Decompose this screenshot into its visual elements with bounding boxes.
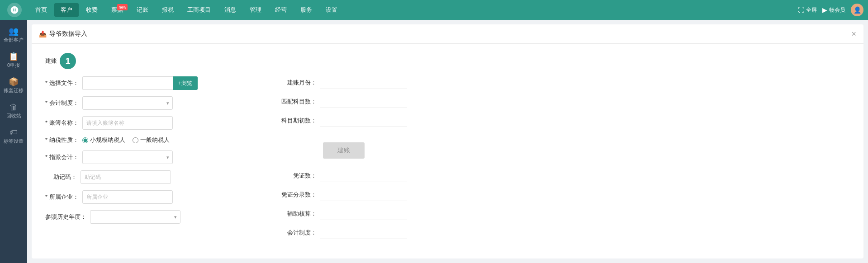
nav-badge-new: new xyxy=(117,4,128,10)
form-container: 建账 1 * 选择文件： +浏览 * 会计制度： xyxy=(32,44,863,248)
nav-item-tax[interactable]: 报税 xyxy=(156,3,180,17)
nav-item-bookkeeping[interactable]: 记账 xyxy=(130,3,155,17)
main-panel: 📤 导爷数据导入 × 建账 1 * 选择文件： xyxy=(32,24,863,258)
sidebar-item-label-declaration: 0申报 xyxy=(7,62,20,69)
nav-item-settings[interactable]: 设置 xyxy=(319,3,344,17)
match-subject-row: 匹配科目数： xyxy=(280,95,407,108)
ledger-row: * 账簿名称： xyxy=(45,116,262,130)
accounting-system-value xyxy=(320,226,407,239)
declaration-icon: 📋 xyxy=(9,52,19,61)
build-month-row: 建账月份： xyxy=(280,76,407,89)
nav-item-fee[interactable]: 收费 xyxy=(80,3,104,17)
accounting-system-label: 会计制度： xyxy=(280,229,317,237)
accounting-select-wrapper xyxy=(82,96,173,110)
nav-item-service[interactable]: 服务 xyxy=(294,3,318,17)
sidebar-item-migration[interactable]: 📦 账套迁移 xyxy=(1,74,26,98)
sidebar-item-all-customers[interactable]: 👥 全部客户 xyxy=(1,23,26,47)
aux-calc-value xyxy=(320,207,407,220)
tax-row: * 纳税性质： 小规模纳税人 一般纳税人 xyxy=(45,136,262,144)
memo-label: 助记码： xyxy=(45,173,77,181)
form-left: 建账 1 * 选择文件： +浏览 * 会计制度： xyxy=(45,53,262,239)
tax-radio-group: 小规模纳税人 一般纳税人 xyxy=(82,136,170,144)
aux-calc-row: 辅助核算： xyxy=(280,207,407,220)
vip-btn[interactable]: ▶ 畅会员 xyxy=(822,6,845,14)
accounting-system-row: 会计制度： xyxy=(280,226,407,239)
accountant-label: * 指派会计： xyxy=(45,153,79,161)
match-subject-label: 匹配科目数： xyxy=(280,98,317,106)
nav-item-customer[interactable]: 客户 xyxy=(54,3,79,17)
voucher-label: 凭证数： xyxy=(280,172,317,180)
browse-button[interactable]: +浏览 xyxy=(173,76,198,90)
panel-title-text: 导爷数据导入 xyxy=(49,30,87,38)
accountant-select-wrapper xyxy=(82,150,173,164)
company-input[interactable] xyxy=(82,190,173,204)
accounting-select[interactable] xyxy=(82,96,173,110)
tax-label: * 纳税性质： xyxy=(45,136,79,144)
nav-right: ⛶ 全屏 ▶ 畅会员 👤 xyxy=(798,4,863,16)
panel-title-icon: 📤 xyxy=(39,30,47,38)
memo-input[interactable] xyxy=(81,170,171,184)
nav-item-home[interactable]: 首页 xyxy=(29,3,53,17)
main-content: 📤 导爷数据导入 × 建账 1 * 选择文件： xyxy=(27,20,868,263)
avatar[interactable]: 👤 xyxy=(851,4,863,16)
tax-radio-general[interactable]: 一般纳税人 xyxy=(133,136,170,144)
accountant-row: * 指派会计： xyxy=(45,150,262,164)
step-label: 建账 xyxy=(45,54,57,68)
nav-item-operation[interactable]: 经营 xyxy=(269,3,293,17)
history-row: 参照历史年度： xyxy=(45,210,262,224)
tags-icon: 🏷 xyxy=(9,128,18,136)
sidebar-item-label-tags: 标签设置 xyxy=(4,138,24,145)
sidebar-item-tags[interactable]: 🏷 标签设置 xyxy=(1,125,26,148)
ledger-input[interactable] xyxy=(82,116,173,130)
top-nav: 首页 客户 收费 票据 new 记账 报税 工商项目 消息 管理 经营 服务 设… xyxy=(0,0,868,20)
panel-title: 📤 导爷数据导入 xyxy=(39,30,87,38)
build-month-value xyxy=(320,76,407,89)
tax-radio-small-label: 小规模纳税人 xyxy=(90,136,125,144)
nav-item-business[interactable]: 工商项目 xyxy=(181,3,217,17)
voucher-row: 凭证数： xyxy=(280,169,407,182)
history-select[interactable] xyxy=(90,210,180,224)
build-btn-container: 建账 xyxy=(280,133,407,163)
all-customers-icon: 👥 xyxy=(9,27,19,35)
nav-item-message[interactable]: 消息 xyxy=(218,3,242,17)
recycle-icon: 🗑 xyxy=(9,103,18,111)
accountant-select[interactable] xyxy=(82,150,173,164)
migration-icon: 📦 xyxy=(9,78,19,86)
panel-header: 📤 导爷数据导入 × xyxy=(32,24,863,44)
file-label: * 选择文件： xyxy=(45,79,79,87)
memo-row: 助记码： xyxy=(45,170,262,184)
voucher-records-value xyxy=(320,188,407,201)
build-button[interactable]: 建账 xyxy=(323,142,365,159)
logo-circle xyxy=(7,3,22,17)
history-label: 参照历史年度： xyxy=(45,213,86,221)
subject-initial-row: 科目期初数： xyxy=(280,114,407,127)
subject-initial-value xyxy=(320,114,407,127)
nav-item-invoice[interactable]: 票据 new xyxy=(105,3,129,17)
logo xyxy=(5,0,24,20)
nav-item-manage[interactable]: 管理 xyxy=(243,3,268,17)
company-label: * 所属企业： xyxy=(45,193,79,201)
step-circle: 1 xyxy=(60,53,76,69)
voucher-records-row: 凭证分录数： xyxy=(280,188,407,201)
sidebar-item-label-customers: 全部客户 xyxy=(4,37,24,43)
accounting-row: * 会计制度： xyxy=(45,96,262,110)
build-month-label: 建账月份： xyxy=(280,79,317,87)
tax-radio-general-label: 一般纳税人 xyxy=(140,136,170,144)
match-subject-value xyxy=(320,95,407,108)
sidebar-item-declaration[interactable]: 📋 0申报 xyxy=(1,49,26,72)
fullscreen-btn[interactable]: ⛶ 全屏 xyxy=(798,6,817,14)
tax-radio-small[interactable]: 小规模纳税人 xyxy=(82,136,125,144)
company-row: * 所属企业： xyxy=(45,190,262,204)
voucher-records-label: 凭证分录数： xyxy=(280,191,317,199)
history-select-wrapper xyxy=(90,210,180,224)
step-header: 建账 1 xyxy=(45,53,262,69)
ledger-label: * 账簿名称： xyxy=(45,119,79,127)
voucher-value xyxy=(320,169,407,182)
form-fields: * 选择文件： +浏览 * 会计制度： xyxy=(45,76,262,224)
sidebar-item-recycle[interactable]: 🗑 回收站 xyxy=(1,99,26,123)
tax-radio-general-input[interactable] xyxy=(133,137,138,143)
panel-close-button[interactable]: × xyxy=(851,30,856,38)
accounting-label: * 会计制度： xyxy=(45,99,79,107)
file-input[interactable] xyxy=(82,76,173,90)
tax-radio-small-input[interactable] xyxy=(82,137,88,143)
